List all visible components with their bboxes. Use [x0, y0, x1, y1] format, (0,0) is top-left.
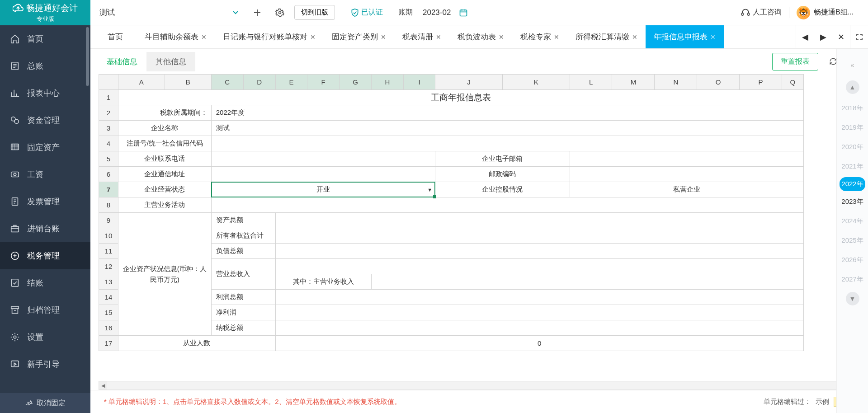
cell-regno-label[interactable]: 注册号/统一社会信用代码 [118, 136, 211, 151]
tab-close-icon[interactable]: ✕ [710, 33, 716, 41]
col-head-Q[interactable]: Q [782, 75, 803, 90]
cell-netprofit-value[interactable] [275, 305, 804, 320]
tab-2[interactable]: 日记账与银行对账单核对 ✕ [215, 25, 324, 48]
col-head-B[interactable]: B [165, 75, 211, 90]
cell-equity-value[interactable] [275, 228, 804, 244]
col-head-H[interactable]: H [371, 75, 403, 90]
company-selector[interactable]: 测试 [96, 4, 243, 21]
sidebar-item-settings[interactable]: 设置 [0, 324, 90, 351]
col-head-P[interactable]: P [740, 75, 782, 90]
cell-email-label[interactable]: 企业电子邮箱 [435, 151, 570, 167]
cell-liability-label[interactable]: 负债总额 [211, 244, 275, 259]
col-head-N[interactable]: N [655, 75, 697, 90]
row-head-14[interactable]: 14 [99, 290, 118, 305]
tab-close-icon[interactable]: ✕ [554, 33, 559, 41]
tab-1[interactable]: 斗目辅助余额表 ✕ [137, 25, 215, 48]
cell-total-assets-value[interactable] [275, 213, 804, 228]
col-head-I[interactable]: I [403, 75, 435, 90]
cell-liability-value[interactable] [275, 244, 804, 259]
row-head-16[interactable]: 16 [99, 320, 118, 336]
sidebar-item-guide[interactable]: 新手引导 [0, 351, 90, 378]
year-option[interactable]: 2024年 [837, 211, 868, 231]
sidebar-item-salary[interactable]: 工资 [0, 161, 90, 188]
cell-equity-label[interactable]: 所有者权益合计 [211, 228, 275, 244]
col-head-G[interactable]: G [340, 75, 372, 90]
year-option[interactable]: 2022年 [840, 177, 865, 191]
cell-profit-label[interactable]: 利润总额 [211, 290, 275, 305]
col-head-O[interactable]: O [697, 75, 740, 90]
cell-company-value[interactable]: 测试 [211, 121, 803, 136]
cell-netprofit-label[interactable]: 净利润 [211, 305, 275, 320]
cell-revenue-label[interactable]: 营业总收入 [211, 259, 275, 290]
settings-top-button[interactable] [272, 5, 288, 21]
sidebar-item-inventory[interactable]: 进销台账 [0, 215, 90, 242]
tab-close-icon[interactable]: ✕ [499, 33, 504, 41]
dropdown-arrow-icon[interactable]: ▼ [427, 187, 432, 192]
cell-period-label[interactable]: 税款所属期间： [118, 105, 211, 121]
tab-4[interactable]: 税表清册 ✕ [394, 25, 449, 48]
tab-7[interactable]: 所得税汇算清缴 ✕ [567, 25, 646, 48]
cell-total-assets-label[interactable]: 资产总额 [211, 213, 275, 228]
sidebar-item-report[interactable]: 报表中心 [0, 80, 90, 107]
year-option[interactable]: 2025年 [837, 231, 868, 250]
year-option[interactable]: 2018年 [837, 99, 868, 118]
col-head-D[interactable]: D [243, 75, 275, 90]
row-head-1[interactable]: 1 [99, 90, 118, 105]
row-head-13[interactable]: 13 [99, 274, 118, 290]
cell-address-value[interactable] [211, 167, 435, 182]
unpin-sidebar-button[interactable]: 取消固定 [0, 393, 90, 413]
customer-service-button[interactable]: 人工咨询 [741, 8, 782, 17]
sheet-title[interactable]: 工商年报信息表 [118, 90, 803, 105]
row-head-15[interactable]: 15 [99, 305, 118, 320]
sidebar-item-fund[interactable]: 资金管理 [0, 107, 90, 134]
cell-mainbiz-value[interactable] [211, 197, 803, 213]
year-option[interactable]: 2026年 [837, 250, 868, 270]
cell-status-label[interactable]: 企业经营状态 [118, 182, 211, 197]
cell-employees-label[interactable]: 从业人数 [118, 336, 275, 351]
row-head-3[interactable]: 3 [99, 121, 118, 136]
cell-holding-value[interactable]: 私营企业 [570, 182, 803, 197]
cell-asset-section-label[interactable]: 企业资产状况信息(币种：人民币万元) [118, 213, 211, 336]
sidebar-scrollbar[interactable] [86, 27, 89, 86]
tabs-prev-button[interactable]: ◀ [796, 25, 814, 48]
subtab-other-info[interactable]: 其他信息 [146, 52, 195, 71]
cell-main-revenue-value[interactable] [371, 274, 803, 290]
cell-profit-value[interactable] [275, 290, 804, 305]
sidebar-item-tax[interactable]: 税务管理 [0, 242, 90, 269]
cell-tax-label[interactable]: 纳税总额 [211, 320, 275, 336]
cell-company-label[interactable]: 企业名称 [118, 121, 211, 136]
col-head-L[interactable]: L [570, 75, 612, 90]
year-option[interactable]: 2027年 [837, 270, 868, 289]
reset-report-button[interactable]: 重置报表 [772, 53, 818, 70]
year-rail-up[interactable]: ▲ [846, 80, 859, 94]
row-head-17[interactable]: 17 [99, 336, 118, 351]
tab-5[interactable]: 税负波动表 ✕ [449, 25, 512, 48]
cell-tax-value[interactable] [275, 320, 804, 336]
cell-period-value[interactable]: 2022年度 [211, 105, 803, 121]
col-head-E[interactable]: E [275, 75, 307, 90]
add-button[interactable] [249, 5, 265, 21]
row-head-5[interactable]: 5 [99, 151, 118, 167]
tabs-next-button[interactable]: ▶ [814, 25, 832, 48]
col-head-F[interactable]: F [307, 75, 340, 90]
subtab-basic-info[interactable]: 基础信息 [98, 52, 146, 71]
tab-close-icon[interactable]: ✕ [201, 33, 207, 41]
cell-regno-value[interactable] [211, 136, 803, 151]
tabs-close-button[interactable]: ✕ [832, 25, 850, 48]
year-option[interactable]: 2019年 [837, 118, 868, 137]
year-option[interactable]: 2020年 [837, 137, 868, 157]
sidebar-item-ledger[interactable]: 总账 [0, 52, 90, 80]
sidebar-item-invoice[interactable]: 发票管理 [0, 188, 90, 215]
sheet-corner[interactable] [99, 75, 118, 90]
col-head-A[interactable]: A [118, 75, 165, 90]
sidebar-item-close-book[interactable]: 结账 [0, 269, 90, 296]
cell-email-value[interactable] [570, 151, 803, 167]
cell-phone-label[interactable]: 企业联系电话 [118, 151, 211, 167]
tab-close-icon[interactable]: ✕ [381, 33, 386, 41]
row-head-8[interactable]: 8 [99, 197, 118, 213]
tab-close-icon[interactable]: ✕ [436, 33, 441, 41]
year-option[interactable]: 2021年 [837, 157, 868, 176]
year-rail-down[interactable]: ▼ [846, 292, 859, 305]
tab-0[interactable]: 首页 [90, 25, 137, 48]
cell-phone-value[interactable] [211, 151, 435, 167]
